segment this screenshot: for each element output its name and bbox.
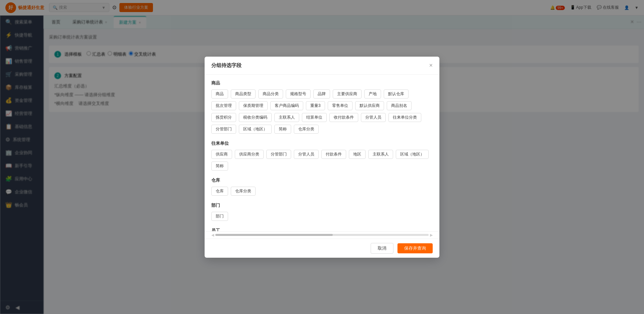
field-tag-product-14[interactable]: 商品别名 <box>387 101 412 110</box>
field-tag-product-7[interactable]: 默认仓库 <box>384 89 409 99</box>
field-tag-partner-3[interactable]: 分管人员 <box>294 150 319 159</box>
field-tags-product: 商品商品类型商品分类规格型号品牌主要供应商产地默认仓库批次管理保质期管理客户商品… <box>211 89 433 134</box>
section-title-warehouse: 仓库 <box>211 177 433 183</box>
modal-dialog: 分组待选字段 × 商品商品商品类型商品分类规格型号品牌主要供应商产地默认仓库批次… <box>205 57 439 258</box>
field-tag-product-15[interactable]: 拣货积分 <box>211 113 236 122</box>
field-tag-product-16[interactable]: 税收分类编码 <box>239 113 272 122</box>
field-tag-partner-8[interactable]: 简称 <box>211 162 228 171</box>
field-tag-product-21[interactable]: 往来单位分类 <box>388 113 421 122</box>
section-title-product: 商品 <box>211 80 433 86</box>
section-title-staff: 员工 <box>211 228 433 231</box>
field-tag-product-3[interactable]: 规格型号 <box>286 89 311 99</box>
cancel-button[interactable]: 取消 <box>371 243 393 254</box>
field-tag-product-25[interactable]: 仓库分类 <box>294 125 319 134</box>
field-tag-product-17[interactable]: 主联系人 <box>274 113 299 122</box>
section-department: 部门部门 <box>211 202 433 221</box>
field-tag-product-1[interactable]: 商品类型 <box>231 89 256 99</box>
section-product: 商品商品商品类型商品分类规格型号品牌主要供应商产地默认仓库批次管理保质期管理客户… <box>211 80 433 134</box>
field-tag-product-0[interactable]: 商品 <box>211 89 228 99</box>
field-tag-partner-4[interactable]: 付款条件 <box>321 150 346 159</box>
field-tag-product-18[interactable]: 结算单位 <box>302 113 327 122</box>
field-tag-product-11[interactable]: 重量3 <box>306 101 325 110</box>
field-tags-warehouse: 仓库仓库分类 <box>211 187 433 196</box>
field-tag-department-0[interactable]: 部门 <box>211 212 228 221</box>
field-tag-warehouse-1[interactable]: 仓库分类 <box>231 187 256 196</box>
field-tag-partner-0[interactable]: 供应商 <box>211 150 232 159</box>
save-query-button[interactable]: 保存并查询 <box>397 243 433 253</box>
section-warehouse: 仓库仓库仓库分类 <box>211 177 433 196</box>
field-tags-partner: 供应商供应商分类分管部门分管人员付款条件地区主联系人区域（地区）简称 <box>211 150 433 171</box>
section-title-partner: 往来单位 <box>211 140 433 146</box>
section-staff: 员工业务员 <box>211 228 433 231</box>
field-tag-product-2[interactable]: 商品分类 <box>258 89 283 99</box>
scroll-right-indicator[interactable]: ▶ <box>430 233 433 237</box>
horizontal-scrollbar[interactable] <box>215 234 429 236</box>
section-partner: 往来单位供应商供应商分类分管部门分管人员付款条件地区主联系人区域（地区）简称 <box>211 140 433 171</box>
modal-header: 分组待选字段 × <box>205 57 439 75</box>
field-tag-warehouse-0[interactable]: 仓库 <box>211 187 228 196</box>
modal-footer: 取消 保存并查询 <box>205 239 439 258</box>
scroll-left-indicator[interactable]: ◀ <box>211 233 214 237</box>
field-tag-product-9[interactable]: 保质期管理 <box>239 101 268 110</box>
field-tag-partner-2[interactable]: 分管部门 <box>266 150 291 159</box>
field-tag-product-20[interactable]: 分管人员 <box>361 113 386 122</box>
field-tag-product-24[interactable]: 简称 <box>274 125 291 134</box>
field-tag-product-13[interactable]: 默认供应商 <box>355 101 384 110</box>
field-tag-product-22[interactable]: 分管部门 <box>211 125 236 134</box>
field-tag-product-4[interactable]: 品牌 <box>313 89 330 99</box>
field-tag-product-8[interactable]: 批次管理 <box>211 101 236 110</box>
field-tag-product-19[interactable]: 收付款条件 <box>329 113 358 122</box>
field-tags-department: 部门 <box>211 212 433 221</box>
section-title-department: 部门 <box>211 202 433 208</box>
modal-overlay: 分组待选字段 × 商品商品商品类型商品分类规格型号品牌主要供应商产地默认仓库批次… <box>0 0 644 314</box>
modal-title: 分组待选字段 <box>211 62 241 69</box>
field-tag-product-10[interactable]: 客户商品编码 <box>270 101 303 110</box>
field-tag-product-12[interactable]: 零售单位 <box>328 101 353 110</box>
field-tag-product-23[interactable]: 区域（地区） <box>239 125 272 134</box>
field-tag-partner-5[interactable]: 地区 <box>349 150 366 159</box>
modal-close-button[interactable]: × <box>429 62 433 69</box>
modal-body[interactable]: 商品商品商品类型商品分类规格型号品牌主要供应商产地默认仓库批次管理保质期管理客户… <box>205 75 439 231</box>
field-tag-product-6[interactable]: 产地 <box>364 89 381 99</box>
field-tag-partner-1[interactable]: 供应商分类 <box>235 150 264 159</box>
field-tag-product-5[interactable]: 主要供应商 <box>333 89 362 99</box>
field-tag-partner-6[interactable]: 主联系人 <box>368 150 393 159</box>
field-tag-partner-7[interactable]: 区域（地区） <box>396 150 429 159</box>
